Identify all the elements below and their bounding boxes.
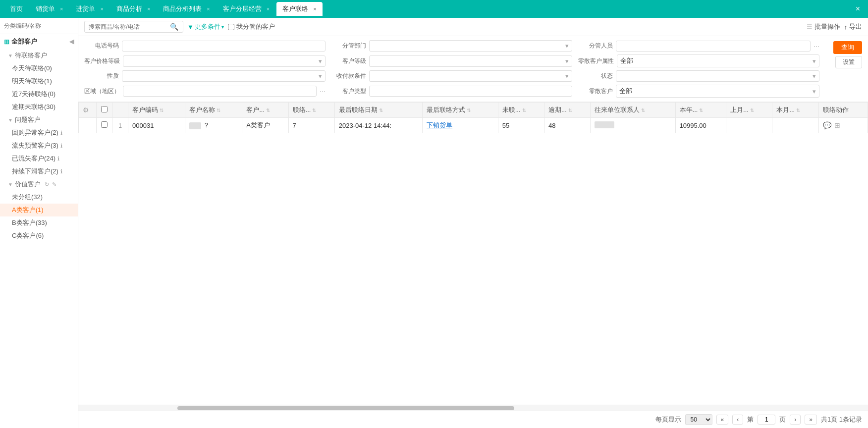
col-last-contact-method-sort-icon[interactable]: ⇅ xyxy=(467,107,471,113)
filter-phone-input[interactable] xyxy=(122,41,326,52)
sidebar-item-c-class[interactable]: C类客户(6) xyxy=(0,229,78,242)
content-area: 🔍 ▼ 更多条件 ▾ 我分管的客户 ☰ 批量操作 ↑ 导出 xyxy=(78,18,868,428)
col-last-contact-date: 最后联络日期 ⇅ xyxy=(334,103,422,118)
filter-scatter-customer-value: 全部 xyxy=(619,87,632,96)
sidebar-item-churn-warning[interactable]: 流失预警客户(3) ℹ xyxy=(0,139,78,152)
sidebar-item-b-class[interactable]: B类客户(33) xyxy=(0,216,78,229)
filter-scatter-customer-select[interactable]: 全部 ▾ xyxy=(616,85,819,98)
repurchase-abnormal-label: 回购异常客户(2) xyxy=(12,128,58,137)
row-checkbox[interactable] xyxy=(101,121,108,128)
problem-customers-group[interactable]: ▼ 问题客户 xyxy=(0,113,78,126)
tab-customer-contact-close[interactable]: × xyxy=(313,6,316,12)
row-last-contact-method[interactable]: 下销货单 xyxy=(427,121,452,129)
sidebar-item-declining[interactable]: 持续下滑客户(2) ℹ xyxy=(0,165,78,178)
filter-price-level-select[interactable]: ▾ xyxy=(123,55,326,67)
col-current-year-sort-icon[interactable]: ⇅ xyxy=(699,107,703,113)
col-customer-type-sort-icon[interactable]: ⇅ xyxy=(266,107,270,113)
tab-home[interactable]: 首页 xyxy=(4,2,29,16)
tab-customer-layer-close[interactable]: × xyxy=(267,6,270,12)
col-customer-name-sort-icon[interactable]: ⇅ xyxy=(217,107,220,113)
problem-arrow-icon: ▼ xyxy=(8,117,13,123)
tab-customer-contact[interactable]: 客户联络 × xyxy=(276,2,322,16)
sidebar-item-overdue-contact[interactable]: 逾期未联络(30) xyxy=(0,101,78,113)
tab-analysis-close[interactable]: × xyxy=(147,6,150,12)
filter-scatter-attr: 零散客户属性 全部 ▾ xyxy=(578,54,825,67)
col-last-contact-date-sort-icon[interactable]: ⇅ xyxy=(379,107,383,113)
sidebar-item-tomorrow-pending[interactable]: 明天待联络(1) xyxy=(0,75,78,88)
sidebar-search-input[interactable] xyxy=(4,22,78,29)
table-gear-icon[interactable]: ⚙ xyxy=(83,106,89,114)
tab-purchase-close[interactable]: × xyxy=(100,6,103,12)
filter-region-dots-icon[interactable]: ··· xyxy=(320,87,326,95)
tab-sales[interactable]: 销货单 × xyxy=(30,2,69,16)
sidebar-item-churned[interactable]: 已流失客户(24) ℹ xyxy=(0,152,78,165)
value-customers-group[interactable]: ▼ 价值客户 ↻ ✎ xyxy=(0,178,78,191)
tab-analysis-list-close[interactable]: × xyxy=(207,6,210,12)
filter-region-input[interactable] xyxy=(123,86,317,97)
row-unit-contact-cell xyxy=(591,118,675,133)
filter-scatter-attr-select[interactable]: 全部 ▾ xyxy=(617,54,819,67)
filter-manager-input[interactable] xyxy=(616,41,811,52)
search-icon[interactable]: 🔍 xyxy=(170,23,178,31)
my-customers-checkbox[interactable] xyxy=(228,24,234,30)
sidebar-item-today-pending[interactable]: 今天待联络(0) xyxy=(0,62,78,75)
pending-contact-group[interactable]: ▼ 待联络客户 xyxy=(0,49,78,62)
tab-customer-layer[interactable]: 客户分层经营 × xyxy=(217,2,275,16)
edit-icon[interactable]: ✎ xyxy=(52,181,56,188)
sidebar-item-7day-pending[interactable]: 近7天待联络(0) xyxy=(0,88,78,101)
refresh-icon[interactable]: ↻ xyxy=(45,181,49,188)
sidebar-collapse-button[interactable]: ◀ xyxy=(69,38,74,45)
c-class-label: C类客户(6) xyxy=(12,231,44,240)
row-chat-icon[interactable]: 💬 xyxy=(823,121,831,129)
settings-button[interactable]: 设置 xyxy=(835,56,862,68)
page-size-select[interactable]: 50 20 100 xyxy=(685,414,712,425)
col-contact-count-sort-icon[interactable]: ⇅ xyxy=(312,107,316,113)
col-last-month-sort-icon[interactable]: ⇅ xyxy=(750,107,754,113)
horizontal-scrollbar[interactable] xyxy=(78,405,868,411)
sidebar-item-repurchase-abnormal[interactable]: 回购异常客户(2) ℹ xyxy=(0,126,78,139)
churned-label: 已流失客户(24) xyxy=(12,154,55,163)
tab-analysis-list[interactable]: 商品分析列表 × xyxy=(157,2,216,16)
filter-dept-select[interactable]: ▾ xyxy=(369,40,573,52)
filter-payment: 收付款条件 ▾ xyxy=(331,70,579,82)
select-all-checkbox[interactable] xyxy=(101,106,108,112)
col-customer-code-sort-icon[interactable]: ⇅ xyxy=(160,107,163,113)
pending-arrow-icon: ▼ xyxy=(8,53,13,58)
current-page-input[interactable] xyxy=(758,415,775,425)
batch-ops-button[interactable]: ☰ 批量操作 xyxy=(807,22,840,31)
col-overdue-sort-icon[interactable]: ⇅ xyxy=(568,107,572,113)
filter-customer-type-input[interactable] xyxy=(369,86,573,97)
row-grid-icon[interactable]: ⊞ xyxy=(834,121,840,129)
more-conditions-button[interactable]: ▼ 更多条件 ▾ xyxy=(187,22,224,31)
filter-payment-select[interactable]: ▾ xyxy=(369,70,573,82)
filter-row-1: 电话号码 分管部门 ▾ 分管人员 xyxy=(84,40,825,52)
tab-purchase[interactable]: 进货单 × xyxy=(70,2,109,16)
grid-icon: ⊞ xyxy=(4,38,9,46)
row-last-month-cell xyxy=(726,118,772,133)
tab-analysis[interactable]: 商品分析 × xyxy=(110,2,156,16)
close-all-button[interactable]: × xyxy=(852,4,864,13)
col-not-contacted-sort-icon[interactable]: ⇅ xyxy=(522,107,526,113)
scrollbar-thumb[interactable] xyxy=(177,406,514,410)
row-number-cell: 1 xyxy=(112,118,128,133)
all-customers-header: ⊞ 全部客户 ◀ xyxy=(0,34,78,49)
filter-nature-select[interactable]: ▾ xyxy=(122,70,326,82)
filter-row-4: 区域（地区） ··· 客户类型 零散客户 全部 ▾ xyxy=(84,85,825,98)
b-class-label: B类客户(33) xyxy=(12,218,47,227)
next-page-button[interactable]: › xyxy=(790,415,801,425)
col-current-month-sort-icon[interactable]: ⇅ xyxy=(796,107,800,113)
last-page-button[interactable]: » xyxy=(805,415,817,425)
first-page-button[interactable]: « xyxy=(716,415,729,425)
col-unit-contact-sort-icon[interactable]: ⇅ xyxy=(641,107,645,113)
sidebar-item-a-class[interactable]: A类客户(1) xyxy=(0,204,78,216)
filter-scatter-customer: 零散客户 全部 ▾ xyxy=(578,85,825,98)
filter-status-select[interactable]: ▾ xyxy=(616,70,819,82)
tab-sales-close[interactable]: × xyxy=(60,6,63,12)
search-input[interactable] xyxy=(89,23,168,30)
query-button[interactable]: 查询 xyxy=(833,41,862,54)
sidebar-item-ungrouped[interactable]: 未分组(32) xyxy=(0,191,78,204)
filter-manager-dots-icon[interactable]: ··· xyxy=(814,42,819,50)
prev-page-button[interactable]: ‹ xyxy=(732,415,743,425)
filter-customer-level-select[interactable]: ▾ xyxy=(369,55,573,67)
export-button[interactable]: ↑ 导出 xyxy=(844,22,863,31)
